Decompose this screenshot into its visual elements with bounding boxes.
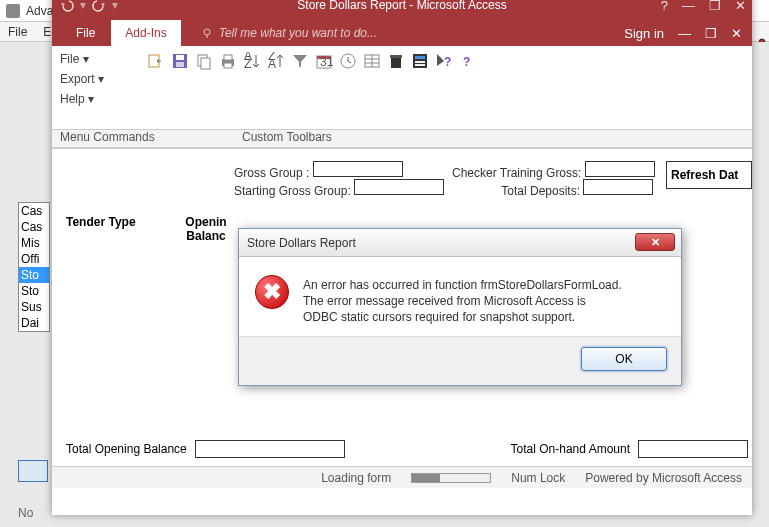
table-icon[interactable] bbox=[363, 52, 381, 70]
svg-rect-28 bbox=[415, 64, 425, 66]
input-checker-training[interactable] bbox=[585, 161, 655, 177]
input-total-deposits[interactable] bbox=[583, 179, 653, 195]
status-bar: Loading form Num Lock Powered by Microso… bbox=[52, 466, 752, 488]
ribbon-group-label-right: Custom Toolbars bbox=[242, 130, 332, 147]
input-total-opening[interactable] bbox=[195, 440, 345, 458]
copy-icon[interactable] bbox=[195, 52, 213, 70]
tab-addins[interactable]: Add-Ins bbox=[111, 20, 180, 46]
svg-text:31: 31 bbox=[320, 55, 333, 69]
col-tender-type: Tender Type bbox=[66, 215, 176, 243]
restore-icon[interactable]: ❐ bbox=[709, 0, 721, 12]
workbench-listbox[interactable]: Cas Cas Mis Offi Sto Sto Sus Dai bbox=[18, 202, 50, 332]
dialog-close-button[interactable]: ✕ bbox=[635, 233, 675, 251]
custom-toolbar: AZ ZA 31 ? ? bbox=[147, 46, 752, 129]
tellme-search[interactable]: Tell me what you want to do... bbox=[201, 26, 377, 40]
save-icon[interactable] bbox=[171, 52, 189, 70]
label-starting-gross: Starting Gross Group: bbox=[234, 184, 351, 198]
whatsthis-icon[interactable]: ? bbox=[435, 52, 453, 70]
label-total-onhand: Total On-hand Amount bbox=[511, 442, 630, 456]
label-checker-training: Checker Training Gross: bbox=[452, 166, 581, 180]
sort-asc-icon[interactable]: AZ bbox=[243, 52, 261, 70]
list-item[interactable]: Sus bbox=[19, 299, 49, 315]
svg-point-0 bbox=[204, 29, 210, 35]
access-title: Store Dollars Report - Microsoft Access bbox=[297, 0, 506, 12]
redo-icon[interactable] bbox=[92, 0, 106, 12]
undo-icon[interactable] bbox=[60, 0, 74, 12]
ok-button[interactable]: OK bbox=[581, 347, 667, 371]
error-icon: ✖ bbox=[255, 275, 289, 309]
label-total-opening: Total Opening Balance bbox=[66, 442, 187, 456]
svg-rect-23 bbox=[391, 57, 401, 68]
list-item[interactable]: Mis bbox=[19, 235, 49, 251]
list-item[interactable]: Dai bbox=[19, 315, 49, 331]
svg-rect-27 bbox=[415, 61, 425, 63]
clock-icon[interactable] bbox=[339, 52, 357, 70]
help-icon[interactable]: ? bbox=[661, 0, 668, 12]
lightbulb-icon bbox=[201, 27, 213, 39]
input-total-onhand[interactable] bbox=[638, 440, 748, 458]
close-icon[interactable]: ✕ bbox=[735, 0, 746, 12]
error-dialog-title: Store Dollars Report bbox=[247, 236, 356, 250]
ribbon-menu-export[interactable]: Export ▾ bbox=[60, 72, 139, 86]
access-title-bar: ▾ ▾ Store Dollars Report - Microsoft Acc… bbox=[52, 0, 752, 20]
minimize-icon[interactable]: — bbox=[682, 0, 695, 12]
svg-rect-10 bbox=[224, 63, 232, 68]
list-item-selected[interactable]: Sto bbox=[19, 267, 49, 283]
svg-rect-9 bbox=[224, 55, 232, 60]
label-gross-group: Gross Group : bbox=[234, 166, 309, 180]
filter-icon[interactable] bbox=[291, 52, 309, 70]
bottom-strip bbox=[18, 460, 48, 482]
list-item[interactable]: Cas bbox=[19, 203, 49, 219]
print-icon[interactable] bbox=[219, 52, 237, 70]
list-item[interactable]: Sto bbox=[19, 283, 49, 299]
bottom-text: No bbox=[18, 506, 33, 520]
svg-rect-5 bbox=[176, 62, 184, 67]
delete-icon[interactable] bbox=[387, 52, 405, 70]
doc-close-icon[interactable]: ✕ bbox=[731, 26, 742, 41]
svg-text:?: ? bbox=[444, 55, 451, 69]
sort-desc-icon[interactable]: ZA bbox=[267, 52, 285, 70]
ribbon-menu-file[interactable]: File ▾ bbox=[60, 52, 139, 66]
svg-rect-24 bbox=[390, 55, 402, 58]
svg-rect-4 bbox=[176, 55, 184, 60]
error-line-2: The error message received from Microsof… bbox=[303, 293, 622, 309]
doc-minimize-icon[interactable]: — bbox=[678, 26, 691, 41]
error-dialog: Store Dollars Report ✕ ✖ An error has oc… bbox=[238, 228, 682, 386]
svg-text:?: ? bbox=[463, 55, 470, 69]
col-opening: Openin bbox=[176, 215, 236, 229]
input-gross-group[interactable] bbox=[313, 161, 403, 177]
status-loading: Loading form bbox=[321, 471, 391, 485]
tab-file[interactable]: File bbox=[64, 22, 107, 44]
svg-text:A: A bbox=[268, 57, 276, 70]
ribbon-group-label-left: Menu Commands bbox=[52, 130, 242, 147]
progress-bar bbox=[411, 473, 491, 483]
sign-in-link[interactable]: Sign in bbox=[624, 26, 664, 41]
access-ribbon-tabs: File Add-Ins Tell me what you want to do… bbox=[52, 20, 752, 46]
error-line-1: An error has occurred in function frmSto… bbox=[303, 277, 622, 293]
form-icon[interactable] bbox=[411, 52, 429, 70]
status-powered: Powered by Microsoft Access bbox=[585, 471, 742, 485]
error-dialog-titlebar[interactable]: Store Dollars Report ✕ bbox=[239, 229, 681, 257]
menu-file[interactable]: File bbox=[4, 23, 31, 41]
col-balance: Balanc bbox=[176, 229, 236, 243]
ribbon: File ▾ Export ▾ Help ▾ AZ ZA 31 ? ? bbox=[52, 46, 752, 130]
error-line-3: ODBC static cursors required for snapsho… bbox=[303, 309, 622, 325]
label-total-deposits: Total Deposits: bbox=[452, 184, 580, 198]
refresh-data-button[interactable]: Refresh Dat bbox=[666, 161, 752, 189]
help-icon-toolbar[interactable]: ? bbox=[459, 52, 477, 70]
app-icon bbox=[6, 4, 20, 18]
status-numlock: Num Lock bbox=[511, 471, 565, 485]
list-item[interactable]: Offi bbox=[19, 251, 49, 267]
list-item[interactable]: Cas bbox=[19, 219, 49, 235]
svg-rect-7 bbox=[201, 58, 210, 69]
calendar-icon[interactable]: 31 bbox=[315, 52, 333, 70]
doc-restore-icon[interactable]: ❐ bbox=[705, 26, 717, 41]
import-icon[interactable] bbox=[147, 52, 165, 70]
ribbon-menu-help[interactable]: Help ▾ bbox=[60, 92, 139, 106]
input-starting-gross[interactable] bbox=[354, 179, 444, 195]
svg-text:Z: Z bbox=[244, 57, 251, 70]
svg-rect-26 bbox=[415, 56, 425, 59]
